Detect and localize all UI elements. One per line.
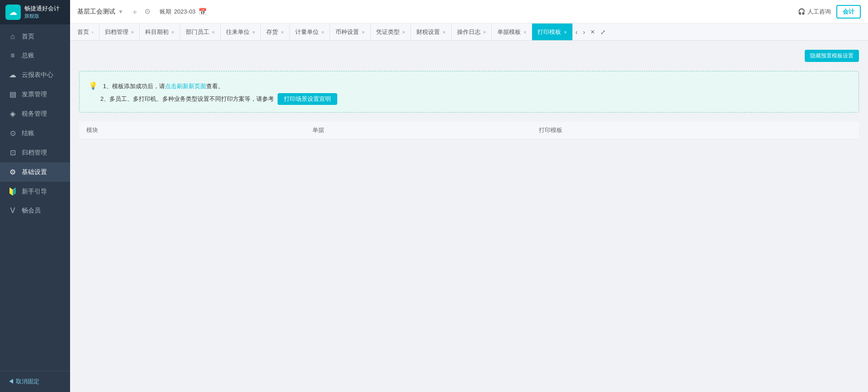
tab-close-icon[interactable]: × [443, 29, 445, 35]
home-icon: ⌂ [8, 33, 17, 41]
period-display: 账期 2023-03 📅 [160, 8, 207, 16]
sidebar-item-invoice[interactable]: ▤ 发票管理 [0, 85, 70, 104]
table-header-row: 模块 单据 打印模板 [79, 122, 859, 139]
period-label: 账期 [160, 8, 171, 16]
invoice-icon: ▤ [8, 90, 17, 99]
info-line1-suffix: 查看。 [206, 83, 224, 90]
sidebar-item-archive[interactable]: ⊡ 归档管理 [0, 143, 70, 162]
info-line1: 💡 1、模板添加成功后，请点击刷新新页面查看。 [89, 79, 849, 93]
page-content: 隐藏预置模板设置 💡 1、模板添加成功后，请点击刷新新页面查看。 2、多员工、多… [70, 41, 868, 392]
tab-close-icon[interactable]: × [483, 29, 486, 35]
tab-close-all-button[interactable]: × [588, 24, 597, 40]
info-line2: 2、多员工、多打印机、多种业务类型设置不同打印方案等，请参考 打印场景设置宣明 [89, 93, 849, 105]
tab-close-icon[interactable]: × [252, 29, 255, 35]
sidebar-item-close[interactable]: ⊙ 结账 [0, 123, 70, 143]
tab-label: 首页 [77, 28, 89, 36]
sidebar-item-ledger[interactable]: ≡ 总账 [0, 46, 70, 65]
period-value: 2023-03 [174, 8, 196, 15]
settings-gear-icon[interactable]: ⚙ [144, 7, 151, 16]
tab-label: 往来单位 [226, 28, 250, 36]
calendar-icon[interactable]: 📅 [198, 8, 207, 16]
app-name: 畅捷通好会计 [24, 5, 60, 13]
tab-close-icon[interactable]: × [402, 29, 405, 35]
headset-icon: 🎧 [798, 8, 805, 15]
sidebar-item-home[interactable]: ⌂ 首页 [0, 27, 70, 46]
support-button[interactable]: 🎧 人工咨询 [798, 8, 831, 16]
tab-print-template[interactable]: 打印模板 × [532, 24, 572, 40]
tab-department[interactable]: 部门员工 × [180, 24, 221, 40]
sidebar-item-label: 结账 [22, 129, 34, 137]
tab-close-icon[interactable]: × [321, 29, 324, 35]
tab-operation-log[interactable]: 操作日志 × [452, 24, 492, 40]
tab-archive[interactable]: 归档管理 × [99, 24, 140, 40]
sidebar-item-tax[interactable]: ◈ 税务管理 [0, 104, 70, 123]
tab-expand-button[interactable]: ⤢ [598, 24, 609, 40]
info-line2-prefix: 2、多员工、多打印机、多种业务类型设置不同打印方案等，请参考 [100, 95, 274, 102]
tip-icon: 💡 [89, 82, 98, 90]
tab-label: 归档管理 [105, 28, 128, 36]
unpin-button[interactable]: ◀ 取消固定 [0, 371, 70, 392]
tab-home[interactable]: 首页 › [72, 24, 99, 40]
tab-close-icon[interactable]: × [212, 29, 215, 35]
tab-unit[interactable]: 计量单位 × [290, 24, 330, 40]
sidebar-item-reports[interactable]: ☁ 云报表中心 [0, 65, 70, 85]
sidebar-item-label: 畅会员 [22, 207, 41, 215]
tab-label: 打印模板 [538, 28, 561, 36]
tab-subjects[interactable]: 科目期初 × [140, 24, 180, 40]
tab-close-icon[interactable]: × [171, 29, 174, 35]
tab-label: 操作日志 [457, 28, 481, 36]
sidebar-item-label: 税务管理 [22, 110, 47, 118]
tab-tax-settings[interactable]: 财税设置 × [411, 24, 451, 40]
guide-icon: 🔰 [8, 187, 17, 196]
info-box: 💡 1、模板添加成功后，请点击刷新新页面查看。 2、多员工、多打印机、多种业务类… [79, 71, 859, 113]
tab-label: 币种设置 [335, 28, 359, 36]
tab-partners[interactable]: 往来单位 × [221, 24, 261, 40]
support-label: 人工咨询 [807, 8, 831, 16]
tab-voucher[interactable]: 凭证类型 × [371, 24, 411, 40]
tab-label: 单据模板 [497, 28, 521, 36]
tabbar: 首页 › 归档管理 × 科目期初 × 部门员工 × 往来单位 × 存货 × 计量… [70, 24, 868, 41]
tab-label: 财税设置 [416, 28, 440, 36]
sidebar-item-label: 新手引导 [22, 188, 47, 196]
sidebar-item-settings[interactable]: ⚙ 基础设置 [0, 162, 70, 182]
tab-nav-icon: › [92, 29, 94, 35]
archive-icon: ⊡ [8, 148, 17, 157]
sidebar-item-label: 基础设置 [22, 168, 47, 176]
hide-preview-button[interactable]: 隐藏预置模板设置 [805, 50, 859, 62]
close-account-icon: ⊙ [8, 129, 17, 137]
tab-label: 凭证类型 [376, 28, 400, 36]
app-logo-icon: ☁ [5, 5, 21, 20]
sidebar-item-label: 归档管理 [22, 149, 47, 157]
tax-icon: ◈ [8, 109, 17, 118]
print-template-table: 模块 单据 打印模板 [79, 122, 859, 139]
content-topbar: 隐藏预置模板设置 [79, 50, 859, 66]
sidebar-item-label: 云报表中心 [22, 71, 53, 79]
sidebar-logo: ☁ 畅捷通好会计 旗舰版 [0, 0, 70, 24]
topbar: 基层工会测试 ▼ ＋ ⚙ 账期 2023-03 📅 🎧 人工咨询 会计 [70, 0, 868, 24]
tab-label: 科目期初 [145, 28, 169, 36]
tab-currency[interactable]: 币种设置 × [330, 24, 370, 40]
tab-close-icon[interactable]: × [524, 29, 526, 35]
tab-next-button[interactable]: › [580, 24, 588, 40]
account-button[interactable]: 会计 [836, 5, 861, 19]
refresh-link[interactable]: 点击刷新新页面 [165, 83, 206, 90]
main-area: 基层工会测试 ▼ ＋ ⚙ 账期 2023-03 📅 🎧 人工咨询 会计 首页 ›… [70, 0, 868, 392]
company-selector[interactable]: 基层工会测试 ▼ [77, 8, 123, 16]
app-sub: 旗舰版 [24, 13, 60, 19]
tab-prev-button[interactable]: ‹ [573, 24, 580, 40]
tab-inventory[interactable]: 存货 × [261, 24, 289, 40]
sidebar-item-label: 发票管理 [22, 90, 47, 99]
tab-close-icon[interactable]: × [362, 29, 364, 35]
print-guide-button[interactable]: 打印场景设置宣明 [278, 93, 337, 105]
col-module: 模块 [79, 122, 305, 139]
reports-icon: ☁ [8, 71, 17, 79]
tab-close-icon[interactable]: × [281, 29, 283, 35]
tab-close-icon[interactable]: × [564, 29, 566, 35]
tab-close-icon[interactable]: × [131, 29, 134, 35]
sidebar-item-member[interactable]: V 畅会员 [0, 201, 70, 220]
tab-document-template[interactable]: 单据模板 × [492, 24, 532, 40]
sidebar-item-guide[interactable]: 🔰 新手引导 [0, 182, 70, 201]
tab-label: 计量单位 [295, 28, 319, 36]
add-tab-button[interactable]: ＋ [131, 6, 139, 17]
sidebar: ☁ 畅捷通好会计 旗舰版 ⌂ 首页 ≡ 总账 ☁ 云报表中心 ▤ 发票管理 ◈ … [0, 0, 70, 392]
